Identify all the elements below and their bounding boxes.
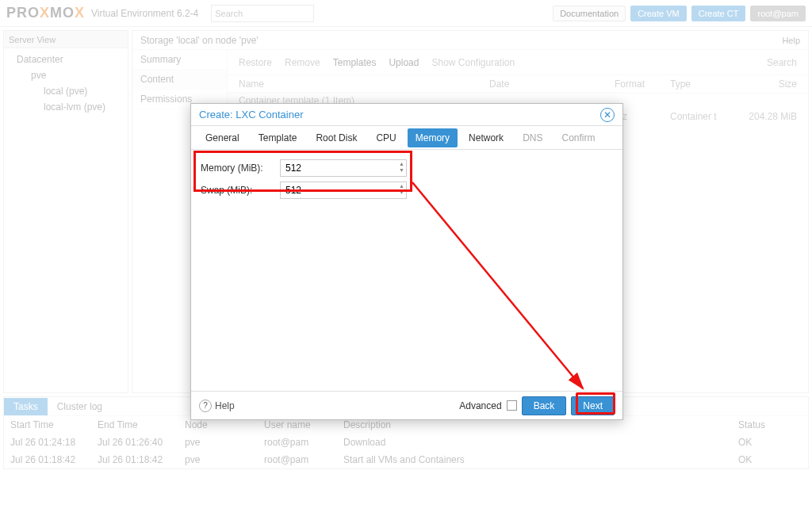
tab-cpu[interactable]: CPU — [368, 128, 404, 147]
spinner-icon[interactable]: ▲▼ — [399, 161, 404, 174]
tab-rootdisk[interactable]: Root Disk — [308, 128, 365, 147]
dialog-help-button[interactable]: Help — [199, 400, 235, 412]
dialog-title: Create: LXC Container — [199, 109, 304, 120]
swap-label: Swap (MiB): — [201, 185, 280, 196]
tab-general[interactable]: General — [197, 128, 247, 147]
advanced-checkbox[interactable] — [507, 400, 517, 411]
memory-input[interactable] — [280, 159, 407, 177]
tab-template[interactable]: Template — [251, 128, 305, 147]
advanced-label: Advanced — [459, 400, 501, 411]
tab-dns: DNS — [515, 128, 550, 147]
spinner-icon[interactable]: ▲▼ — [399, 183, 404, 196]
memory-label: Memory (MiB): — [201, 162, 280, 174]
tab-network[interactable]: Network — [461, 128, 511, 147]
tab-memory[interactable]: Memory — [408, 128, 458, 147]
back-button[interactable]: Back — [522, 396, 567, 415]
next-button[interactable]: Next — [571, 396, 615, 415]
create-lxc-dialog: Create: LXC Container ✕ General Template… — [190, 103, 623, 420]
swap-input[interactable] — [280, 182, 407, 199]
close-icon[interactable]: ✕ — [600, 108, 615, 122]
tab-confirm: Confirm — [553, 128, 603, 147]
